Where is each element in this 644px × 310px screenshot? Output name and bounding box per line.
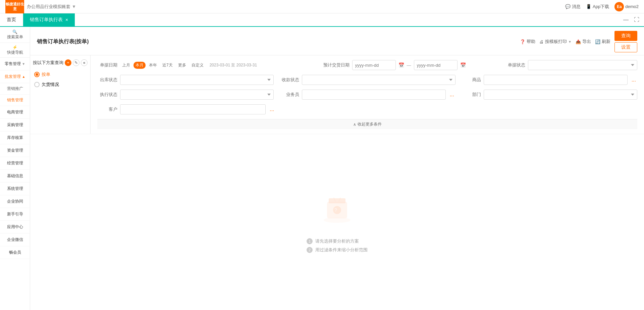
minimize-button[interactable]: — [621,15,631,24]
help-button[interactable]: ❓ 帮助 [520,39,535,45]
filter-field-salesperson: 业务员 ... [279,90,455,100]
tab-active-label: 销售订单执行表 [30,17,63,23]
filter-option-按单-label: 按单 [42,71,50,78]
logo-text: 畅捷通好生意 [5,2,24,11]
date-tab-本月[interactable]: 本月 [133,62,146,69]
logo[interactable]: 畅捷通好生意 [5,0,24,13]
salesperson-label: 业务员 [279,92,299,98]
sidebar-item-appcenter[interactable]: 应用中心 [0,221,30,234]
tabbar: 首页 销售订单执行表 × — ⛶ [0,13,644,27]
calendar-start-icon[interactable]: 📅 [398,62,404,68]
member-label: 畅会员 [9,250,21,255]
tab-home[interactable]: 首页 [0,13,23,26]
user-menu[interactable]: Ea demo2 [614,2,639,11]
wholesale-label: 批发管理 [5,74,21,80]
goods-input[interactable] [484,75,628,85]
filter-left-title: 按以下方案查询 [33,60,63,66]
query-button[interactable]: 查询 [614,31,637,41]
app-download-button[interactable]: 📱 App下载 [586,4,609,10]
newbie-label: 新手引导 [7,212,23,216]
maximize-button[interactable]: ⛶ [632,15,641,24]
sidebar-item-wholesale[interactable]: 批发管理 ▲ [0,70,30,83]
export-button[interactable]: 📤 导出 [576,39,591,45]
setting-button[interactable]: 设置 [614,42,637,52]
refresh-icon: 🔄 [595,39,600,44]
help-label: 帮助 [527,39,535,45]
user-name: demo2 [625,4,639,9]
topbar-left: 畅捷通好生意 办公用品行业模拟账套 ▼ [5,0,76,13]
filter-option-inactive-icon [34,82,40,87]
page-header-actions: ❓ 帮助 🖨 按模板打印 ▼ 📤 导出 🔄 刷新 查询 [520,31,637,52]
sidebar-quicknav[interactable]: ⚡ 快捷导航 [0,43,30,58]
date-tab-本年[interactable]: 本年 [147,62,159,69]
date-tab-上月[interactable]: 上月 [120,62,132,69]
retail-arrow-icon: ▼ [22,62,25,66]
collapse-more-button[interactable]: ∧ 收起更多条件 [97,119,637,129]
sidebar-item-member[interactable]: 畅会员 [0,246,30,259]
collapse-scheme-button[interactable]: « [81,59,88,66]
date-label: 单据日期 [97,62,117,68]
system-label: 系统管理 [7,186,23,191]
sidebar-item-basic[interactable]: 基础信息 [0,170,30,183]
filter-option-欠货情况-label: 欠货情况 [42,82,59,88]
breadcrumb-text: 办公用品行业模拟账套 [27,4,70,10]
breadcrumb: 办公用品行业模拟账套 ▼ [27,4,76,10]
breadcrumb-arrow-icon[interactable]: ▼ [72,4,76,9]
dept-select[interactable] [484,90,637,100]
collection-select[interactable] [302,75,455,85]
help-icon: ❓ [520,39,525,44]
sidebar-item-newbie[interactable]: 新手引导 [0,208,30,221]
empty-illustration: ? [317,192,357,231]
print-button[interactable]: 🖨 按模板打印 ▼ [539,39,572,45]
goods-more-icon[interactable]: ... [630,77,637,83]
sidebar-item-wechat[interactable]: 企业微信 [0,234,30,246]
tip-text-2: 用过滤条件来缩小分析范围 [315,247,368,253]
tab-sales-exec[interactable]: 销售订单执行表 × [23,13,75,26]
date-tab-自定义[interactable]: 自定义 [190,62,206,69]
sidebar-item-system[interactable]: 系统管理 [0,183,30,195]
customer-input[interactable] [120,104,266,114]
edit-scheme-button[interactable]: ✎ [73,59,79,66]
status-select[interactable] [528,60,638,70]
salesperson-input[interactable] [302,90,446,100]
filter-right: 单据日期 上月 本月 本年 近7天 更多 自定义 2023-03-01 至 20… [91,55,644,134]
sidebar-item-inventory[interactable]: 库存核算 [0,132,30,144]
filter-field-expected-date: 预计交货日期 📅 — 📅 [323,60,500,70]
filter-row-1: 单据日期 上月 本月 本年 近7天 更多 自定义 2023-03-01 至 20… [97,60,637,70]
sidebar-item-retail[interactable]: 零售管理 ▼ [0,58,30,70]
filter-panel: 按以下方案查询 + ✎ « 按单 欠货情况 [30,55,644,134]
salesperson-more-icon[interactable]: ... [448,92,455,98]
sidebar-item-sales[interactable]: 销售管理 [0,95,30,106]
calendar-end-icon[interactable]: 📅 [460,62,466,68]
print-label: 按模板打印 [545,39,567,45]
exec-status-label: 执行状态 [97,92,117,98]
sidebar-item-ecommerce[interactable]: 电商管理 [0,106,30,119]
filter-option-欠货情况[interactable]: 欠货情况 [33,80,88,90]
sidebar-item-finance[interactable]: 资金管理 [0,144,30,157]
expected-date-end-input[interactable] [414,60,458,70]
tab-close-icon[interactable]: × [65,17,68,22]
customer-label: 客户 [97,106,117,112]
empty-tip-1: 1 请先选择要分析的方案 [307,238,368,244]
tip-text-1: 请先选择要分析的方案 [315,238,359,244]
add-scheme-button[interactable]: + [65,59,71,66]
export-icon: 📤 [576,39,581,44]
sidebar-item-enterprise[interactable]: 企业协同 [0,195,30,208]
filter-left: 按以下方案查询 + ✎ « 按单 欠货情况 [30,55,91,134]
out-status-select[interactable] [120,75,274,85]
filter-left-header: 按以下方案查询 + ✎ « [33,59,88,66]
date-tab-更多[interactable]: 更多 [176,62,188,69]
sidebar-item-operations[interactable]: 经营管理 [0,157,30,170]
exec-status-select[interactable] [120,90,274,100]
filter-option-按单[interactable]: 按单 [33,69,88,80]
out-status-label: 出库状态 [97,77,117,83]
sidebar-item-marketing[interactable]: 营销推广 [0,83,30,95]
main-layout: 🔍 搜索菜单 ⚡ 快捷导航 零售管理 ▼ 批发管理 ▲ 营销推广 销售管理 电商… [0,27,644,310]
expected-date-start-input[interactable] [352,60,396,70]
sidebar-item-purchase[interactable]: 采购管理 [0,119,30,132]
sidebar-search[interactable]: 🔍 搜索菜单 [0,27,30,43]
date-tab-近7天[interactable]: 近7天 [160,62,175,69]
refresh-button[interactable]: 🔄 刷新 [595,39,610,45]
customer-more-icon[interactable]: ... [268,106,275,112]
message-button[interactable]: 💬 消息 [565,4,581,10]
